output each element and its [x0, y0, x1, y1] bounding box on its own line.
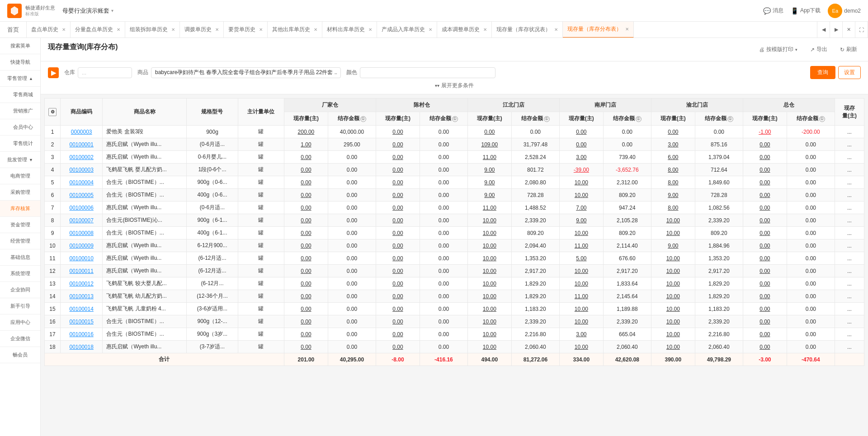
- cell-na-qty[interactable]: 10.00: [559, 315, 603, 328]
- sidebar-item-operations[interactable]: 经营管理: [0, 233, 40, 249]
- cell-na-qty[interactable]: 10.00: [559, 277, 603, 290]
- tab-item-5[interactable]: 要货单历史 ✕: [224, 22, 268, 38]
- tab-nav-next[interactable]: ▶: [830, 22, 843, 38]
- cell-na-qty[interactable]: 5.00: [559, 252, 603, 265]
- tab-nav-prev[interactable]: ◀: [817, 22, 830, 38]
- cell-jb-qty[interactable]: 10.00: [467, 315, 511, 328]
- cell-jb-qty[interactable]: 9.00: [467, 164, 511, 176]
- sidebar-item-marketing[interactable]: 营销推广: [0, 103, 40, 119]
- sidebar-item-purchase[interactable]: 采购管理: [0, 184, 40, 201]
- cell-jb-qty[interactable]: 10.00: [467, 341, 511, 353]
- tab-nav-expand[interactable]: ⛶: [855, 22, 868, 38]
- cell-cc-qty[interactable]: 0.00: [376, 151, 420, 164]
- cell-na-qty[interactable]: 9.00: [559, 214, 603, 227]
- cell-yb-qty[interactable]: 10.00: [651, 277, 695, 290]
- cell-cc-qty[interactable]: 0.00: [376, 138, 420, 151]
- cell-yb-qty[interactable]: 0.00: [651, 126, 695, 138]
- cell-fc-qty[interactable]: 0.00: [284, 151, 328, 164]
- cell-fc-qty[interactable]: 0.00: [284, 341, 328, 353]
- cell-total-qty[interactable]: 0.00: [743, 290, 787, 303]
- cell-yb-qty[interactable]: 10.00: [651, 227, 695, 239]
- sidebar-item-wholesale[interactable]: 批发管理 ▼: [0, 152, 40, 168]
- sidebar-item-nav[interactable]: 快捷导航: [0, 54, 40, 70]
- cell-fc-qty[interactable]: 0.00: [284, 227, 328, 239]
- cell-jb-qty[interactable]: 0.00: [467, 126, 511, 138]
- cell-cc-qty[interactable]: 0.00: [376, 328, 420, 341]
- tab-item-10[interactable]: 现存量（库存状况表） ✕: [492, 22, 563, 38]
- cell-yb-qty[interactable]: 8.00: [651, 164, 695, 176]
- cell-fc-qty[interactable]: 0.00: [284, 239, 328, 252]
- cell-total-qty[interactable]: 0.00: [743, 164, 787, 176]
- cell-fc-qty[interactable]: 200.00: [284, 126, 328, 138]
- tab-item-3[interactable]: 组装拆卸单历史 ✕: [125, 22, 180, 38]
- cell-na-qty[interactable]: 10.00: [559, 176, 603, 189]
- sidebar-item-wechat[interactable]: 企业微信: [0, 331, 40, 347]
- cell-yb-qty[interactable]: 10.00: [651, 214, 695, 227]
- cell-fc-qty[interactable]: 0.00: [284, 277, 328, 290]
- settings-button[interactable]: 设置: [838, 66, 861, 79]
- cell-yb-qty[interactable]: 9.00: [651, 239, 695, 252]
- cell-na-qty[interactable]: 10.00: [559, 189, 603, 202]
- cell-total-qty[interactable]: 0.00: [743, 214, 787, 227]
- sidebar-item-enterprise[interactable]: 企业协同: [0, 282, 40, 298]
- query-button[interactable]: 查询: [810, 66, 835, 79]
- cell-fc-qty[interactable]: 0.00: [284, 176, 328, 189]
- export-btn[interactable]: ↗ 导出: [807, 44, 831, 55]
- cell-jb-qty[interactable]: 10.00: [467, 290, 511, 303]
- tab-close-10[interactable]: ✕: [554, 27, 558, 32]
- cell-na-qty[interactable]: 10.00: [559, 265, 603, 277]
- color-input[interactable]: [360, 67, 495, 78]
- cell-total-qty[interactable]: 0.00: [743, 265, 787, 277]
- cell-jb-qty[interactable]: 10.00: [467, 303, 511, 315]
- cell-cc-qty[interactable]: 0.00: [376, 290, 420, 303]
- user-area[interactable]: Ea demo2: [828, 4, 861, 18]
- cell-na-qty[interactable]: 10.00: [559, 303, 603, 315]
- cell-cc-qty[interactable]: 0.00: [376, 239, 420, 252]
- cell-yb-qty[interactable]: 3.00: [651, 138, 695, 151]
- cell-yb-qty[interactable]: 10.00: [651, 341, 695, 353]
- cell-cc-qty[interactable]: 0.00: [376, 227, 420, 239]
- refresh-btn[interactable]: ↻ 刷新: [836, 44, 861, 55]
- sidebar-item-inventory[interactable]: 库存核算: [0, 201, 40, 217]
- cell-cc-qty[interactable]: 0.00: [376, 214, 420, 227]
- cell-yb-qty[interactable]: 10.00: [651, 252, 695, 265]
- cell-jb-qty[interactable]: 10.00: [467, 227, 511, 239]
- print-btn[interactable]: 🖨 按模版打印 ▾: [755, 44, 801, 55]
- sidebar-item-guide[interactable]: 新手引导: [0, 298, 40, 314]
- cell-fc-qty[interactable]: 0.00: [284, 189, 328, 202]
- tab-item-1[interactable]: 盘点单历史 ✕: [27, 22, 71, 38]
- cell-jb-qty[interactable]: 10.00: [467, 214, 511, 227]
- cell-fc-qty[interactable]: 0.00: [284, 315, 328, 328]
- sidebar-item-appcenter[interactable]: 应用中心: [0, 314, 40, 331]
- cell-total-qty[interactable]: 0.00: [743, 239, 787, 252]
- cell-yb-qty[interactable]: 10.00: [651, 265, 695, 277]
- tab-close-6[interactable]: ✕: [314, 27, 317, 32]
- app-download-btn[interactable]: 📱 App下载: [791, 7, 821, 14]
- cell-yb-qty[interactable]: 8.00: [651, 202, 695, 214]
- cell-jb-qty[interactable]: 10.00: [467, 252, 511, 265]
- cell-total-qty[interactable]: 0.00: [743, 303, 787, 315]
- cell-total-qty[interactable]: 0.00: [743, 151, 787, 164]
- cell-fc-qty[interactable]: 0.00: [284, 214, 328, 227]
- tab-close-3[interactable]: ✕: [171, 27, 175, 32]
- cell-yb-qty[interactable]: 10.00: [651, 303, 695, 315]
- tab-close-5[interactable]: ✕: [259, 27, 263, 32]
- product-input[interactable]: [151, 67, 341, 78]
- cell-cc-qty[interactable]: 0.00: [376, 315, 420, 328]
- tab-close-9[interactable]: ✕: [483, 27, 487, 32]
- cell-total-qty[interactable]: 0.00: [743, 328, 787, 341]
- cell-jb-qty[interactable]: 9.00: [467, 189, 511, 202]
- cell-fc-qty[interactable]: 0.00: [284, 328, 328, 341]
- tab-home[interactable]: 首页: [0, 22, 27, 38]
- th-settings[interactable]: ⚙: [45, 98, 61, 126]
- settings-icon[interactable]: ⚙: [48, 108, 57, 116]
- cell-na-qty[interactable]: 10.00: [559, 227, 603, 239]
- cell-na-qty[interactable]: 0.00: [559, 138, 603, 151]
- cell-cc-qty[interactable]: 0.00: [376, 189, 420, 202]
- tab-item-2[interactable]: 分量盘点单历史 ✕: [71, 22, 125, 38]
- jb-amt-info[interactable]: ①: [544, 116, 550, 122]
- cell-jb-qty[interactable]: 10.00: [467, 277, 511, 290]
- cell-cc-qty[interactable]: 0.00: [376, 265, 420, 277]
- cell-na-qty[interactable]: -39.00: [559, 164, 603, 176]
- cell-jb-qty[interactable]: 10.00: [467, 265, 511, 277]
